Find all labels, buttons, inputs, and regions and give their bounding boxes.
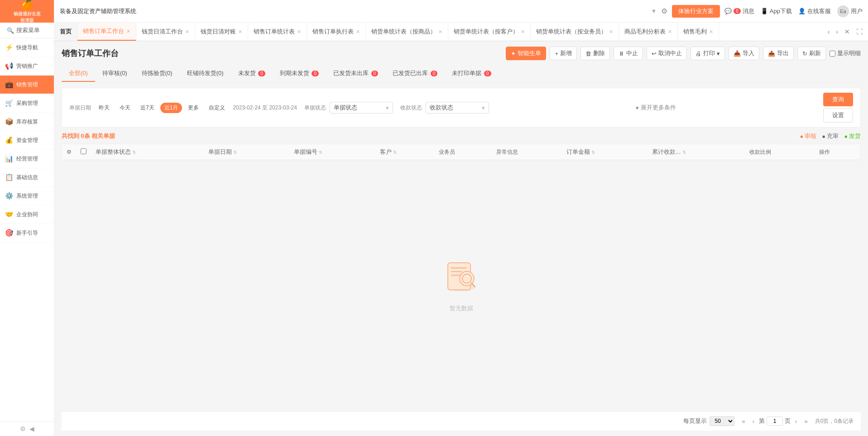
topbar-settings-icon[interactable]: ⚙	[661, 7, 667, 15]
per-page-select[interactable]: 10 20 50 100	[710, 416, 734, 426]
tab-home[interactable]: 首页	[54, 23, 77, 41]
export-button[interactable]: 📤 导出	[763, 47, 794, 60]
tab-close-icon[interactable]: ✕	[438, 29, 442, 35]
sub-tab-unsent[interactable]: 未发货 0	[231, 66, 273, 82]
next-page-button[interactable]: ›	[792, 417, 800, 426]
horizontal-scrollbar[interactable]	[62, 406, 861, 411]
tab-close-icon[interactable]: ✕	[297, 29, 301, 35]
sub-tab-sent-out[interactable]: 已发货已出库 0	[385, 66, 445, 82]
col-status-header[interactable]: 单据整体状态 ⇅	[91, 144, 204, 160]
tab-sales-by-product[interactable]: 销货单统计表（按商品） ✕	[366, 23, 448, 41]
tab-close-icon[interactable]: ✕	[356, 29, 360, 35]
sub-tab-unprinted[interactable]: 未打印单据 0	[445, 66, 498, 82]
tab-cash-daily[interactable]: 钱货日清工作台 ✕	[136, 23, 195, 41]
settings-icon[interactable]: ⚙	[20, 425, 26, 432]
batch-audit-button[interactable]: ● 审核	[800, 132, 816, 140]
collapse-icon[interactable]: ◀	[29, 425, 34, 432]
page-input[interactable]	[767, 417, 783, 426]
sidebar-item-marketing[interactable]: 📢 营销推广	[0, 57, 54, 76]
tab-maximize-icon[interactable]: ⛶	[854, 27, 864, 36]
batch-send-button[interactable]: ● 发货	[844, 132, 861, 140]
show-detail-checkbox[interactable]: 显示明细	[830, 49, 861, 57]
filter-tag-yesterday[interactable]: 昨天	[95, 103, 114, 113]
col-checkbox-header[interactable]	[76, 144, 91, 160]
sidebar-item-purchase[interactable]: 🛒 采购管理	[0, 94, 54, 113]
filter-tag-1month[interactable]: 近1月	[160, 103, 182, 113]
sub-tab-wangpu[interactable]: 旺铺待发货(0)	[180, 66, 231, 82]
tab-sales-stats[interactable]: 销售订单统计表 ✕	[248, 23, 307, 41]
tab-close-icon[interactable]: ✕	[609, 29, 613, 35]
col-date-header[interactable]: 单据日期 ⇅	[204, 144, 290, 160]
filter-tag-today[interactable]: 今天	[115, 103, 134, 113]
sidebar-item-sales[interactable]: 💼 销售管理	[0, 76, 54, 94]
sidebar-item-base-info[interactable]: 📋 基础信息	[0, 168, 54, 187]
tab-sales-by-customer[interactable]: 销货单统计表（按客户） ✕	[448, 23, 531, 41]
sub-tab-overdue-unsent[interactable]: 到期未发货 0	[273, 66, 326, 82]
col-accumulated-header[interactable]: 累计收款... ⇅	[647, 144, 744, 160]
app-download-button[interactable]: 📱 App下载	[761, 7, 792, 15]
tab-sales-exec[interactable]: 销售订单执行表 ✕	[307, 23, 366, 41]
tab-close-all-icon[interactable]: ✕	[843, 27, 852, 36]
solution-button[interactable]: 体验行业方案	[672, 5, 720, 18]
expand-button[interactable]: ▾ 展开更多条件	[636, 104, 676, 112]
sidebar-item-inventory[interactable]: 📦 库存核算	[0, 113, 54, 131]
user-menu[interactable]: Ea 用户	[837, 5, 863, 17]
tab-cash-reconcile[interactable]: 钱货日清对账 ✕	[195, 23, 248, 41]
filter-tag-more[interactable]: 更多	[184, 103, 203, 113]
status-select[interactable]: 单据状态 ▾	[330, 102, 393, 114]
set-button[interactable]: 设置	[823, 108, 853, 123]
online-service-button[interactable]: 👤 在线客服	[798, 7, 831, 15]
import-button[interactable]: 📥 导入	[729, 47, 759, 60]
tab-close-icon[interactable]: ✕	[709, 29, 713, 35]
tab-close-icon[interactable]: ✕	[185, 29, 189, 35]
sidebar-item-finance[interactable]: 💰 资金管理	[0, 131, 54, 150]
col-amount-header[interactable]: 订单金额 ⇅	[562, 144, 648, 160]
add-button[interactable]: + 新增	[550, 47, 577, 60]
prev-page-button[interactable]: ‹	[750, 417, 757, 426]
col-customer-header[interactable]: 客户 ⇅	[375, 144, 434, 160]
print-button[interactable]: 🖨 打印 ▾	[691, 47, 725, 60]
topbar-dropdown-icon[interactable]: ▼	[651, 8, 657, 14]
sub-tab-pending-audit[interactable]: 待审核(0)	[95, 66, 134, 82]
tab-scroll-right-icon[interactable]: ›	[834, 27, 840, 36]
sidebar-item-quick-nav[interactable]: ⚡ 快捷导航	[0, 38, 54, 57]
select-all-checkbox[interactable]	[81, 148, 86, 154]
first-page-button[interactable]: «	[739, 417, 748, 426]
sub-tab-all[interactable]: 全部(0)	[62, 66, 95, 82]
base-info-icon: 📋	[5, 173, 14, 182]
sub-tab-sent-not-out[interactable]: 已发货未出库 0	[326, 66, 385, 82]
pause-button[interactable]: ⏸ 中止	[614, 47, 643, 60]
sub-tab-pending-inspect[interactable]: 待拣验货(0)	[134, 66, 180, 82]
refresh-button[interactable]: ↻ 刷新	[797, 47, 826, 60]
sidebar-item-system[interactable]: ⚙️ 系统管理	[0, 187, 54, 205]
add-label: 新增	[560, 49, 572, 57]
cancel-pause-button[interactable]: ↩ 取消中止	[647, 47, 687, 60]
filter-row: 单据日期 昨天 今天 近7天 近1月 更多 自定义 2023-02-24 至 2…	[62, 88, 861, 128]
filter-tag-custom[interactable]: 自定义	[205, 103, 229, 113]
tab-close-icon[interactable]: ✕	[126, 28, 130, 34]
tab-sales-by-staff[interactable]: 销货单统计表（按业务员） ✕	[531, 23, 619, 41]
tab-close-icon[interactable]: ✕	[668, 29, 672, 35]
sidebar-search[interactable]: 🔍 搜索菜单	[0, 23, 54, 38]
sidebar-item-enterprise[interactable]: 🤝 企业协同	[0, 205, 54, 224]
col-settings-header[interactable]: ⚙	[62, 144, 77, 160]
payment-select[interactable]: 收款状态 ▾	[426, 102, 489, 114]
tab-gross-profit[interactable]: 商品毛利分析表 ✕	[619, 23, 678, 41]
delete-button[interactable]: 🗑 删除	[580, 47, 610, 60]
show-detail-input[interactable]	[830, 51, 835, 57]
smart-create-button[interactable]: ✦ 智能生单	[506, 47, 546, 60]
tab-sales-profit[interactable]: 销售毛利 ✕	[678, 23, 719, 41]
print-icon: 🖨	[695, 50, 701, 57]
tab-close-icon[interactable]: ✕	[238, 29, 242, 35]
sidebar-item-guide[interactable]: 🎯 新手引导	[0, 224, 54, 242]
batch-revoke-button[interactable]: ● 充审	[822, 132, 839, 140]
col-number-header[interactable]: 单据编号 ⇅	[289, 144, 375, 160]
tab-close-icon[interactable]: ✕	[521, 29, 525, 35]
sidebar-item-operations[interactable]: 📊 经营管理	[0, 150, 54, 168]
message-button[interactable]: 💬 6 消息	[724, 7, 754, 15]
tab-sales-order-workbench[interactable]: 销售订单工作台 ✕	[77, 23, 136, 41]
tab-scroll-left-icon[interactable]: ‹	[826, 27, 832, 36]
last-page-button[interactable]: »	[801, 417, 810, 426]
filter-tag-7days[interactable]: 近7天	[136, 103, 158, 113]
query-button[interactable]: 查询	[823, 93, 853, 106]
